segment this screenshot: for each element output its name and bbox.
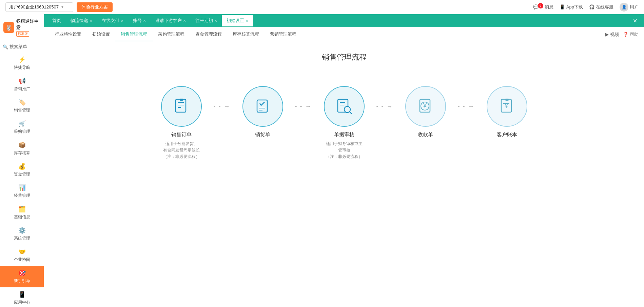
main-layout: 🐰 畅康通好生意 标准版 🔍 搜索菜单 ⚡ 快捷导航 📢 营销推广 🏷️ 销售管… [0,14,644,307]
top-bar-left: 用户690企业1660120507 ▼ 体验行业方案 [5,2,113,12]
flow-desc-sales-order: 适用于分批发货、有合同发货周期较长（注：非必要流程） [163,141,200,160]
flow-circle-sales-order [161,86,202,127]
nav-tab-label-initial-setup: 初始设置 [227,18,244,24]
flow-item-audit[interactable]: 单据审核 适用于财务审核或主管审核（注：非必要流程） [314,86,375,160]
logo-icon: 🐰 [3,22,14,33]
flow-desc2-sales-order: 有合同发货周期较长 [163,147,200,154]
user-selector[interactable]: 用户690企业1660120507 ▼ [5,2,73,12]
sidebar-item-icon-marketing: 📢 [18,77,26,85]
app-label: App下载 [566,4,583,10]
sidebar-item-icon-system: ⚙️ [18,227,26,234]
chevron-down-icon: ▼ [61,5,64,9]
logo-name: 畅康通好生意 [16,18,40,30]
sidebar-item-icon-guide: 🎯 [18,269,26,277]
video-icon: ▶ [605,32,609,37]
message-badge: 6 [538,3,543,8]
sub-tab-sales-flow[interactable]: 销售管理流程 [115,28,153,41]
sidebar-item-inventory[interactable]: 📦 库存核算 [0,138,44,159]
sidebar-item-icon-sales: 🏷️ [18,99,26,106]
user-label: 用户 [630,4,639,10]
flow-circle-delivery [242,86,283,127]
sub-tab-initial-settings[interactable]: 初始设置 [87,28,115,41]
flow-item-delivery[interactable]: 销货单 [232,86,293,141]
sidebar-item-icon-app-center: 📱 [18,291,26,298]
arrow-icon-2: - - → [295,103,312,110]
sidebar-item-label-inventory: 库存核算 [14,150,30,156]
nav-tab-label-home: 首页 [52,18,61,24]
nav-tab-label-logistics: 物流快递 [71,18,88,24]
nav-tab-logistics[interactable]: 物流快递 ✕ [66,15,97,26]
content-area: 首页物流快递 ✕在线支付 ✕账号 ✕邀请下游客户 ✕往来期初 ✕初始设置 ✕ ✕… [44,14,644,307]
sidebar-items: ⚡ 快捷导航 📢 营销推广 🏷️ 销售管理 🛒 采购管理 📦 库存核算 💰 资金… [0,53,44,307]
customer-service-item[interactable]: 🎧 在线客服 [589,4,613,10]
sub-tab-purchase-flow[interactable]: 采购管理流程 [153,28,190,41]
user-selector-text: 用户690企业1660120507 [9,4,59,10]
sidebar-item-enterprise[interactable]: 🤝 企业协同 [0,245,44,266]
nav-tab-invite[interactable]: 邀请下游客户 ✕ [151,15,191,26]
sidebar-item-icon-operations: 📊 [18,184,26,191]
sidebar-item-label-finance: 资金管理 [14,171,30,177]
close-all-icon[interactable]: ✕ [629,16,641,25]
sidebar-item-icon-quick-nav: ⚡ [18,56,26,63]
sub-tabs: 行业特性设置初始设置销售管理流程采购管理流程资金管理流程库存核算流程营销管理流程… [44,27,644,42]
close-tab-icon-payment[interactable]: ✕ [121,19,123,23]
search-label: 搜索菜单 [9,44,27,50]
sidebar-item-purchase[interactable]: 🛒 采购管理 [0,117,44,138]
sidebar-item-system[interactable]: ⚙️ 系统管理 [0,223,44,245]
flow-desc3-sales-order: （注：非必要流程） [163,154,200,160]
flow-desc2-audit: 管审核 [326,147,363,154]
nav-tab-payment[interactable]: 在线支付 ✕ [97,15,128,26]
message-item[interactable]: 💬 6 消息 [533,4,553,10]
close-tab-icon-invite[interactable]: ✕ [183,19,186,23]
user-profile-item[interactable]: 👤 用户 [620,3,639,12]
page-title: 销售管理流程 [51,52,637,62]
nav-tab-account[interactable]: 账号 ✕ [128,15,151,26]
video-link[interactable]: ▶ 视频 [605,32,619,38]
trial-button[interactable]: 体验行业方案 [77,2,113,12]
nav-tab-initial-setup[interactable]: 初始设置 ✕ [222,15,253,26]
close-tab-icon-initial-setup[interactable]: ✕ [246,19,248,23]
sidebar-item-guide[interactable]: 🎯 新手引导 [0,266,44,287]
sidebar-item-quick-nav[interactable]: ⚡ 快捷导航 [0,53,44,74]
sub-tab-marketing-flow[interactable]: 营销管理流程 [265,28,302,41]
close-tab-icon-account[interactable]: ✕ [143,19,146,23]
sub-tab-inventory-flow[interactable]: 库存核算流程 [227,28,265,41]
sidebar-search[interactable]: 🔍 搜索菜单 [0,41,44,53]
nav-tab-home[interactable]: 首页 [47,15,66,26]
flow-desc3-audit: （注：非必要流程） [326,154,363,160]
sidebar-item-finance[interactable]: 💰 资金管理 [0,159,44,181]
nav-tabs: 首页物流快递 ✕在线支付 ✕账号 ✕邀请下游客户 ✕往来期初 ✕初始设置 ✕ ✕ [44,14,644,27]
sidebar-item-label-sales: 销售管理 [14,107,30,113]
sub-tab-finance-flow[interactable]: 资金管理流程 [190,28,227,41]
sidebar-item-label-enterprise: 企业协同 [14,257,30,263]
flow-title-delivery: 销货单 [255,131,270,138]
close-tab-icon-logistics[interactable]: ✕ [90,19,92,23]
sidebar-item-marketing[interactable]: 📢 营销推广 [0,74,44,95]
nav-tab-label-account: 账号 [133,18,142,24]
sidebar-item-label-app-center: 应用中心 [14,300,30,305]
app-download-item[interactable]: 📱 App下载 [560,4,583,10]
flow-arrow-4: - - → [456,86,476,110]
avatar: 👤 [620,3,628,12]
help-link[interactable]: ❓ 帮助 [623,32,639,38]
video-label: 视频 [610,32,619,38]
flow-item-customer-ledger[interactable]: ¥ 客户账本 [476,86,538,141]
flow-item-receipt[interactable]: ¥ 收款单 [395,86,456,141]
nav-tab-period[interactable]: 往来期初 ✕ [191,15,222,26]
sidebar-item-label-purchase: 采购管理 [14,129,30,135]
flow-arrow-3: - - → [375,86,395,110]
nav-tab-label-invite: 邀请下游客户 [155,18,182,24]
headset-icon: 🎧 [589,4,594,9]
sidebar-item-sales[interactable]: 🏷️ 销售管理 [0,95,44,117]
sidebar-item-app-center[interactable]: 📱 应用中心 [0,287,44,307]
flow-title-audit: 单据审核 [334,131,354,138]
nav-tabs-list: 首页物流快递 ✕在线支付 ✕账号 ✕邀请下游客户 ✕往来期初 ✕初始设置 ✕ [47,15,253,26]
sidebar-item-icon-purchase: 🛒 [18,120,26,127]
sub-tab-industry-settings[interactable]: 行业特性设置 [50,28,87,41]
sidebar-item-icon-enterprise: 🤝 [18,248,26,255]
close-tab-icon-period[interactable]: ✕ [214,19,217,23]
sidebar-item-label-operations: 经营管理 [14,193,30,199]
sidebar-item-operations[interactable]: 📊 经营管理 [0,181,44,202]
sidebar-item-basic-info[interactable]: 🗂️ 基础信息 [0,202,44,223]
flow-item-sales-order[interactable]: 销售订单 适用于分批发货、有合同发货周期较长（注：非必要流程） [151,86,212,160]
